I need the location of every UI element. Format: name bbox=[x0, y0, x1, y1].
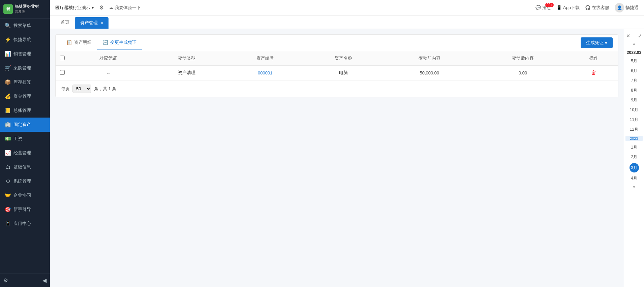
month-7[interactable]: 7月 bbox=[624, 76, 644, 86]
row-checkbox-cell[interactable] bbox=[56, 66, 69, 80]
sidebar-label-system: 系统管理 bbox=[13, 178, 31, 184]
card-tab-change-voucher[interactable]: 🔄 变更生成凭证 bbox=[97, 35, 142, 50]
row-asset-name: 电脑 bbox=[304, 66, 383, 80]
collapse-sidebar-button[interactable]: ◀ bbox=[42, 277, 47, 284]
row-action[interactable]: 🗑 bbox=[570, 66, 618, 80]
panel-expand-icon[interactable]: ⤢ bbox=[638, 33, 642, 38]
month-12[interactable]: 12月 bbox=[624, 125, 644, 134]
app-download-button[interactable]: 📱 App下载 bbox=[556, 5, 580, 11]
pagination: 每页 50 10 20 100 条，共 1 条 bbox=[56, 80, 618, 97]
month-10[interactable]: 10月 bbox=[624, 105, 644, 115]
sales-icon: 📊 bbox=[5, 51, 11, 57]
select-all-checkbox[interactable] bbox=[60, 56, 65, 60]
sidebar-item-basic[interactable]: 🗂 基础信息 bbox=[0, 160, 50, 174]
settings-button[interactable]: ⚙ bbox=[3, 277, 8, 284]
row-after: 0.00 bbox=[476, 66, 570, 80]
main-card: 📋 资产明细 🔄 变更生成凭证 生成凭证 ▾ bbox=[55, 34, 618, 97]
panel-header: ✕ ⤢ bbox=[624, 32, 644, 40]
generate-voucher-label: 生成凭证 bbox=[586, 40, 604, 46]
app-center-icon: 📱 bbox=[5, 221, 11, 227]
asset-detail-icon: 📋 bbox=[66, 40, 72, 45]
month-1[interactable]: 1月 bbox=[624, 142, 644, 152]
row-checkbox[interactable] bbox=[60, 70, 65, 75]
funds-icon: 💰 bbox=[5, 93, 11, 99]
month-8[interactable]: 8月 bbox=[624, 86, 644, 95]
tab-home[interactable]: 首页 bbox=[55, 17, 75, 29]
sidebar: 畅 畅捷通好业财 普及版 🔍 搜索菜单 ⚡ 快捷导航 📊 销售管理 🛒 采购管理… bbox=[0, 0, 50, 287]
right-date-panel: ✕ ⤢ ▲ 2023.03 5月 6月 7月 8月 9月 10月 11月 12月… bbox=[624, 29, 644, 287]
messages-icon: 💬 bbox=[535, 5, 541, 10]
chevron-down-icon: ▾ bbox=[92, 5, 94, 10]
quick-nav-icon: ⚡ bbox=[5, 37, 11, 43]
customer-service-button[interactable]: 🎧 在线客服 bbox=[585, 5, 609, 11]
table-header-row: 对应凭证 变动类型 资产编号 资产名称 变动前内容 变动后内容 操作 bbox=[56, 51, 618, 66]
sidebar-label-search: 搜索菜单 bbox=[13, 23, 31, 29]
month-2[interactable]: 2月 bbox=[624, 152, 644, 162]
system-icon: ⚙ bbox=[5, 178, 11, 184]
scroll-up-icon[interactable]: ▲ bbox=[631, 40, 638, 47]
user-label: 畅捷通 bbox=[625, 5, 639, 11]
month-3-wrapper[interactable]: 3月 bbox=[624, 162, 644, 173]
month-5[interactable]: 5月 bbox=[624, 56, 644, 66]
sidebar-item-system[interactable]: ⚙ 系统管理 bbox=[0, 174, 50, 188]
app-download-icon: 📱 bbox=[556, 5, 562, 10]
sidebar-label-inventory: 库存核算 bbox=[13, 79, 31, 85]
sidebar-item-fixed-assets[interactable]: 🏢 固定资产 bbox=[0, 118, 50, 132]
company-selector[interactable]: 医疗器械行业演示 ▾ bbox=[55, 5, 94, 11]
sidebar-item-payroll[interactable]: 💵 工资 bbox=[0, 132, 50, 146]
month-4[interactable]: 4月 bbox=[624, 173, 644, 183]
delete-icon[interactable]: 🗑 bbox=[591, 70, 596, 75]
sidebar-item-purchase[interactable]: 🛒 采购管理 bbox=[0, 61, 50, 75]
month-3[interactable]: 3月 bbox=[630, 163, 639, 172]
sidebar-item-sales[interactable]: 📊 销售管理 bbox=[0, 47, 50, 61]
panel-close-icon[interactable]: ✕ bbox=[626, 33, 630, 38]
company-name: 医疗器械行业演示 bbox=[55, 5, 90, 11]
month-11[interactable]: 11月 bbox=[624, 115, 644, 125]
topbar-left: 医疗器械行业演示 ▾ ⚙ ☁ 我要体验一下 bbox=[55, 3, 141, 12]
sidebar-label-ops: 经营管理 bbox=[13, 150, 31, 156]
select-all-cell[interactable] bbox=[56, 51, 69, 66]
sidebar-item-collab[interactable]: 🤝 企业协同 bbox=[0, 188, 50, 202]
settings-icon[interactable]: ⚙ bbox=[97, 3, 106, 12]
user-button[interactable]: 👤 畅捷通 bbox=[615, 3, 639, 12]
sidebar-item-funds[interactable]: 💰 资金管理 bbox=[0, 89, 50, 103]
topbar-right: 💬 消息 99+ 📱 App下载 🎧 在线客服 👤 畅捷通 bbox=[535, 3, 639, 12]
sidebar-label-guide: 新手引导 bbox=[13, 206, 31, 213]
experience-label: 我要体验一下 bbox=[115, 5, 141, 11]
experience-button[interactable]: ☁ 我要体验一下 bbox=[109, 5, 141, 11]
month-9[interactable]: 9月 bbox=[624, 95, 644, 105]
logo-icon: 畅 bbox=[3, 4, 13, 14]
scroll-down-icon[interactable]: ▼ bbox=[631, 183, 638, 191]
change-voucher-icon: 🔄 bbox=[102, 40, 108, 45]
col-asset-no: 资产编号 bbox=[226, 51, 304, 66]
sidebar-item-ledger[interactable]: 📒 总账管理 bbox=[0, 103, 50, 118]
card-tab-asset-detail[interactable]: 📋 资产明细 bbox=[61, 35, 97, 50]
col-asset-name: 资产名称 bbox=[304, 51, 383, 66]
card-tab-change-voucher-label: 变更生成凭证 bbox=[110, 39, 136, 45]
sidebar-label-sales: 销售管理 bbox=[13, 51, 31, 57]
messages-button[interactable]: 💬 消息 99+ bbox=[535, 5, 551, 11]
sidebar-item-app-center[interactable]: 📱 应用中心 bbox=[0, 217, 50, 231]
month-6[interactable]: 6月 bbox=[624, 66, 644, 76]
inventory-icon: 📦 bbox=[5, 79, 11, 85]
fixed-assets-icon: 🏢 bbox=[5, 122, 11, 128]
card-tabs: 📋 资产明细 🔄 变更生成凭证 生成凭证 ▾ bbox=[56, 35, 618, 51]
per-page-select[interactable]: 50 10 20 100 bbox=[72, 85, 91, 93]
generate-voucher-button[interactable]: 生成凭证 ▾ bbox=[581, 37, 613, 48]
sidebar-item-search[interactable]: 🔍 搜索菜单 bbox=[0, 19, 50, 33]
tab-asset-management[interactable]: 资产管理 × bbox=[75, 17, 109, 29]
col-after: 变动后内容 bbox=[476, 51, 570, 66]
sidebar-item-inventory[interactable]: 📦 库存核算 bbox=[0, 75, 50, 89]
sidebar-label-funds: 资金管理 bbox=[13, 93, 31, 99]
sidebar-item-ops[interactable]: 📈 经营管理 bbox=[0, 146, 50, 160]
tab-close-icon[interactable]: × bbox=[101, 21, 103, 25]
total-count: 条，共 1 条 bbox=[94, 86, 116, 92]
sidebar-label-quick-nav: 快捷导航 bbox=[13, 37, 31, 43]
main-content: 医疗器械行业演示 ▾ ⚙ ☁ 我要体验一下 💬 消息 99+ 📱 App下载 🎧… bbox=[50, 0, 644, 287]
customer-service-icon: 🎧 bbox=[585, 5, 590, 10]
col-before: 变动前内容 bbox=[383, 51, 476, 66]
sidebar-item-quick-nav[interactable]: ⚡ 快捷导航 bbox=[0, 33, 50, 47]
sidebar-item-guide[interactable]: 🎯 新手引导 bbox=[0, 202, 50, 217]
year-2023-label: 2023 bbox=[625, 136, 643, 141]
customer-service-label: 在线客服 bbox=[592, 5, 609, 11]
